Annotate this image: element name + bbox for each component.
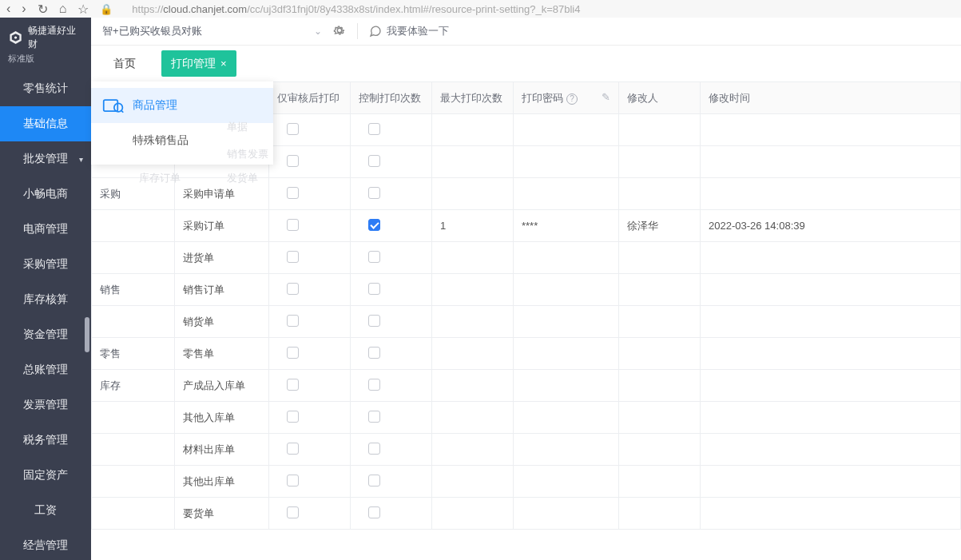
checkbox[interactable] — [368, 347, 380, 359]
table-cell[interactable] — [432, 242, 514, 274]
table-cell[interactable] — [432, 274, 514, 306]
checkbox[interactable] — [287, 251, 299, 263]
feedback-link[interactable]: 我要体验一下 — [369, 24, 449, 38]
table-cell[interactable]: 1 — [432, 210, 514, 242]
sidebar-item[interactable]: 固定资产 — [0, 458, 91, 493]
table-cell[interactable] — [432, 498, 514, 530]
help-icon[interactable]: ? — [566, 93, 578, 105]
table-cell[interactable] — [432, 338, 514, 370]
checkbox[interactable] — [368, 219, 380, 231]
nav-forward-icon[interactable]: › — [22, 2, 26, 16]
table-cell: 徐泽华 — [619, 210, 701, 242]
table-cell — [269, 114, 351, 146]
table-cell[interactable] — [514, 402, 619, 434]
table-cell — [351, 306, 432, 338]
checkbox[interactable] — [368, 155, 380, 167]
checkbox[interactable] — [287, 187, 299, 199]
sidebar-item[interactable]: 库存核算 — [0, 282, 91, 317]
table-cell[interactable]: **** — [514, 210, 619, 242]
table-cell — [269, 210, 351, 242]
checkbox[interactable] — [287, 411, 299, 423]
checkbox[interactable] — [368, 411, 380, 423]
table-cell: 采购申请单 — [175, 178, 269, 210]
top-toolbar: 智+已购买收银员对账 ⌄ 我要体验一下 — [91, 18, 961, 46]
checkbox[interactable] — [287, 123, 299, 135]
business-selector[interactable]: 智+已购买收银员对账 ⌄ — [102, 24, 322, 38]
checkbox[interactable] — [368, 475, 380, 487]
table-cell[interactable] — [432, 466, 514, 498]
sidebar-item-list: 零售统计基础信息批发管理▾小畅电商电商管理采购管理库存核算资金管理总账管理发票管… — [0, 71, 91, 560]
checkbox[interactable] — [287, 347, 299, 359]
sidebar-item[interactable]: 经营管理 — [0, 528, 91, 560]
gear-icon[interactable] — [333, 24, 346, 39]
sidebar-item[interactable]: 零售统计 — [0, 71, 91, 106]
sidebar-item[interactable]: 小畅电商 — [0, 177, 91, 212]
submenu-item-product[interactable]: 商品管理 — [91, 88, 273, 123]
sidebar-item[interactable]: 总账管理 — [0, 352, 91, 387]
sidebar-item[interactable]: 税务管理 — [0, 423, 91, 458]
checkbox[interactable] — [368, 379, 380, 391]
checkbox[interactable] — [368, 283, 380, 295]
nav-back-icon[interactable]: ‹ — [6, 2, 10, 16]
sidebar-item[interactable]: 发票管理 — [0, 387, 91, 423]
nav-home-icon[interactable]: ⌂ — [59, 2, 67, 16]
table-cell[interactable] — [514, 434, 619, 466]
table-cell[interactable] — [514, 242, 619, 274]
table-cell — [269, 242, 351, 274]
sidebar-item[interactable]: 工资 — [0, 493, 91, 528]
address-bar[interactable]: https://cloud.chanjet.com/cc/uj3df31fnj0… — [124, 3, 955, 15]
tab-home[interactable]: 首页 — [102, 46, 147, 81]
checkbox[interactable] — [368, 443, 380, 455]
table-cell — [92, 498, 175, 530]
table-cell[interactable] — [432, 402, 514, 434]
table-cell[interactable] — [514, 178, 619, 210]
table-cell[interactable] — [514, 466, 619, 498]
sidebar-item[interactable]: 基础信息 — [0, 106, 91, 141]
sidebar-item[interactable]: 电商管理 — [0, 212, 91, 247]
table-cell[interactable] — [432, 370, 514, 402]
table-cell[interactable] — [514, 114, 619, 146]
checkbox[interactable] — [287, 443, 299, 455]
sidebar-item[interactable]: 采购管理 — [0, 247, 91, 282]
sidebar: 畅捷通好业财 标准版 零售统计基础信息批发管理▾小畅电商电商管理采购管理库存核算… — [0, 18, 91, 560]
table-cell[interactable] — [514, 306, 619, 338]
table-row: 销货单 — [92, 306, 961, 338]
table-cell[interactable] — [432, 434, 514, 466]
checkbox[interactable] — [287, 315, 299, 327]
checkbox[interactable] — [287, 283, 299, 295]
checkbox[interactable] — [368, 251, 380, 263]
toolbar-divider — [357, 23, 358, 39]
edit-icon[interactable]: ✎ — [602, 91, 610, 103]
close-icon[interactable]: × — [220, 58, 227, 70]
table-cell[interactable] — [432, 114, 514, 146]
table-cell[interactable] — [432, 146, 514, 178]
checkbox[interactable] — [287, 475, 299, 487]
submenu-item-special[interactable]: 特殊销售品 — [91, 123, 273, 158]
table-cell[interactable] — [432, 178, 514, 210]
nav-star-icon[interactable]: ☆ — [77, 2, 89, 17]
table-row: 销售销售订单 — [92, 274, 961, 306]
checkbox[interactable] — [368, 506, 380, 518]
table-cell[interactable] — [514, 498, 619, 530]
checkbox[interactable] — [287, 155, 299, 167]
checkbox[interactable] — [287, 379, 299, 391]
sidebar-item[interactable]: 批发管理▾ — [0, 141, 91, 177]
table-cell: 库存 — [92, 370, 175, 402]
table-cell[interactable] — [514, 370, 619, 402]
table-cell[interactable] — [514, 338, 619, 370]
sidebar-item[interactable]: 资金管理 — [0, 317, 91, 352]
table-cell[interactable] — [514, 146, 619, 178]
tab-print-management[interactable]: 打印管理 × — [161, 50, 236, 77]
checkbox[interactable] — [368, 123, 380, 135]
nav-reload-icon[interactable]: ↻ — [38, 2, 48, 17]
checkbox[interactable] — [368, 315, 380, 327]
table-body: 采购采购申请单采购订单1****徐泽华2022-03-26 14:08:39进货… — [92, 114, 961, 530]
url-rest: /cc/uj3df31fnj0t/8y4338x8st/index.html#/… — [247, 3, 580, 15]
checkbox[interactable] — [287, 506, 299, 518]
table-cell — [351, 114, 432, 146]
checkbox[interactable] — [287, 219, 299, 231]
checkbox[interactable] — [368, 187, 380, 199]
table-cell[interactable] — [432, 306, 514, 338]
table-cell[interactable] — [514, 274, 619, 306]
sidebar-scrollbar[interactable] — [85, 317, 89, 352]
